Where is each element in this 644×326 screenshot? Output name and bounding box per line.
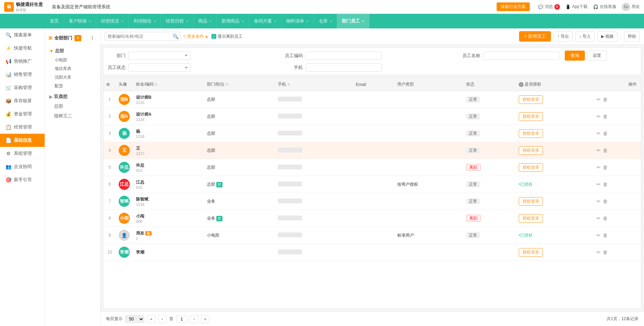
edit-icon[interactable]: ✏ — [597, 199, 601, 204]
settings-icon[interactable]: ⚙ — [106, 82, 110, 87]
filter-empcode-input[interactable] — [306, 52, 382, 60]
tab-business[interactable]: 经营情况 × — [96, 14, 128, 28]
prev-page-button[interactable]: ‹ — [158, 315, 166, 323]
edit-icon[interactable]: ✏ — [597, 215, 601, 221]
edit-icon[interactable]: ✏ — [597, 232, 601, 238]
sort-name-button[interactable]: 姓名/编码 ⇅ — [136, 81, 201, 87]
tab-profit[interactable]: 利润报告 × — [129, 14, 161, 28]
delete-icon[interactable]: 🗑 — [603, 249, 608, 255]
delete-icon[interactable]: 🗑 — [603, 97, 608, 102]
dept-item-xiangmukufang[interactable]: 项目库房 — [45, 64, 100, 73]
delete-icon[interactable]: 🗑 — [603, 215, 608, 221]
sidebar-item-marketing[interactable]: 📢 营销推广 — [0, 55, 45, 68]
tab-bom[interactable]: 物料清单 × — [281, 14, 314, 28]
sidebar-item-purchase[interactable]: 🛒 采购管理 — [0, 81, 45, 94]
auth-button[interactable]: 授权登录 — [519, 112, 543, 121]
delete-icon[interactable]: 🗑 — [603, 148, 608, 153]
tab-add-goods[interactable]: 新增商品 × — [217, 14, 249, 28]
row-action: ✏ 🗑 — [594, 176, 641, 193]
sidebar-item-sales[interactable]: 📊 销售管理 — [0, 68, 45, 81]
row-avatar: 闹B — [116, 91, 133, 108]
sort-phone-button[interactable]: 手机 ⇅ — [278, 81, 350, 87]
sidebar-item-operations[interactable]: 📋 经营管理 — [0, 121, 45, 134]
dept-item-peihuo[interactable]: 配货 — [45, 82, 100, 90]
edit-icon[interactable]: ✏ — [597, 249, 601, 255]
tab-history[interactable]: 经营历程 × — [161, 14, 193, 28]
edit-icon[interactable]: ✏ — [597, 97, 601, 102]
info-icon[interactable]: i — [519, 82, 524, 87]
tab-employees[interactable]: 部门员工 × — [337, 14, 369, 28]
tab-customer[interactable]: 客户联络 × — [64, 14, 96, 28]
sidebar-item-inventory[interactable]: 📦 库存核算 — [0, 94, 45, 107]
sidebar-item-system[interactable]: ⚙ 系统管理 — [0, 147, 45, 160]
sort-dept-button[interactable]: 部门/职位 ⇅ — [207, 81, 272, 87]
edit-icon[interactable]: ✏ — [597, 182, 601, 187]
import-button[interactable]: ↓ 导入 — [575, 32, 595, 42]
query-button[interactable]: 查询 — [565, 51, 585, 61]
dept-item-shuangluxiang[interactable]: ▶ 双鹿想 — [45, 92, 100, 102]
show-resigned-toggle[interactable]: ✓ 显示离职员工 — [211, 34, 243, 39]
auth-button[interactable]: 授权登录 — [519, 146, 543, 155]
sidebar-item-quicknav[interactable]: ⚡ 快捷导航 — [0, 42, 45, 55]
trial-button[interactable]: 体验行业方案 — [497, 2, 530, 11]
auth-button[interactable]: 授权登录 — [519, 248, 543, 257]
collapse-tree-button[interactable]: ⟨ — [88, 33, 97, 43]
add-employee-button[interactable]: + 新增员工 — [519, 31, 551, 42]
tab-warehouse[interactable]: 仓库 × — [314, 14, 337, 28]
dept-item-zhishuwanger[interactable]: 植树王二 — [45, 111, 100, 121]
dept-item-xiaodibu[interactable]: 小电部 — [45, 56, 100, 64]
edit-icon[interactable]: ✏ — [597, 165, 601, 170]
show-resigned-checkbox[interactable]: ✓ — [211, 34, 216, 39]
edit-icon[interactable]: ✏ — [597, 148, 601, 153]
sidebar-item-guide[interactable]: 🎯 新手引导 — [0, 173, 45, 186]
more-filters-button[interactable]: ▽ 更多条件 ▲ — [183, 34, 209, 39]
user-menu[interactable]: Ea 用友 — [622, 3, 640, 11]
dept-item-shenyangdaku[interactable]: 沈阳大库 — [45, 73, 100, 82]
sidebar-item-basic[interactable]: 📄 基础信息 — [0, 134, 45, 147]
delete-icon[interactable]: 🗑 — [603, 165, 608, 170]
view-button[interactable]: ▶ 视频 — [597, 32, 617, 42]
delete-icon[interactable]: 🗑 — [603, 182, 608, 187]
filter-empname-row: 员工名称 查询 设置 — [462, 51, 637, 61]
add-dept-button[interactable]: + — [74, 35, 81, 41]
tab-goods[interactable]: 商品 × — [193, 14, 217, 28]
filter-empstatus-select[interactable] — [128, 63, 191, 72]
employee-code: 1218 — [136, 134, 201, 139]
edit-icon[interactable]: ✏ — [597, 114, 601, 119]
row-auth: 授权登录 — [516, 193, 594, 210]
reset-button[interactable]: 设置 — [587, 51, 607, 61]
auth-button[interactable]: 授权登录 — [519, 95, 543, 104]
delete-icon[interactable]: 🗑 — [603, 114, 608, 119]
edit-icon[interactable]: ✏ — [597, 131, 601, 136]
delete-icon[interactable]: 🗑 — [603, 199, 608, 204]
sidebar-item-finance[interactable]: 💰 资金管理 — [0, 107, 45, 121]
dept-item-zongbu-parent[interactable]: ▼ 总部 — [45, 46, 100, 56]
first-page-button[interactable]: « — [147, 315, 155, 323]
filter-dept-select[interactable] — [128, 52, 191, 60]
row-auth: •已授权 — [516, 227, 594, 244]
search-input[interactable] — [105, 32, 181, 41]
app-download-button[interactable]: 📱 App下载 — [565, 4, 588, 10]
auth-button[interactable]: 授权登录 — [519, 197, 543, 206]
auth-button[interactable]: 授权登录 — [519, 163, 543, 172]
auth-button[interactable]: 授权登录 — [519, 214, 543, 223]
export-button[interactable]: ↑ 导出 — [554, 32, 573, 42]
sidebar-item-collab[interactable]: 👥 企业协同 — [0, 160, 45, 173]
per-page-select[interactable]: 50 100 — [125, 315, 144, 323]
dept-item-zongbu2[interactable]: 总部 — [45, 102, 100, 111]
search-submit-icon[interactable]: 🔍 — [173, 34, 179, 39]
delete-icon[interactable]: 🗑 — [603, 232, 608, 238]
tab-barcode[interactable]: 条码方案 × — [249, 14, 281, 28]
filter-phone-input[interactable] — [306, 63, 382, 72]
page-number-input[interactable] — [176, 316, 187, 323]
auth-button[interactable]: 授权登录 — [519, 129, 543, 138]
tab-home[interactable]: 首页 — [45, 14, 64, 28]
last-page-button[interactable]: » — [201, 315, 209, 323]
sidebar-item-search[interactable]: 🔍 搜索菜单 — [0, 28, 45, 42]
online-service-button[interactable]: 🎧 在线客服 — [593, 4, 616, 10]
help-button[interactable]: 帮助 — [624, 32, 640, 42]
message-button[interactable]: 💬 消息 6 — [538, 4, 560, 10]
filter-empname-input[interactable] — [483, 52, 559, 60]
next-page-button[interactable]: › — [190, 315, 198, 323]
delete-icon[interactable]: 🗑 — [603, 131, 608, 136]
